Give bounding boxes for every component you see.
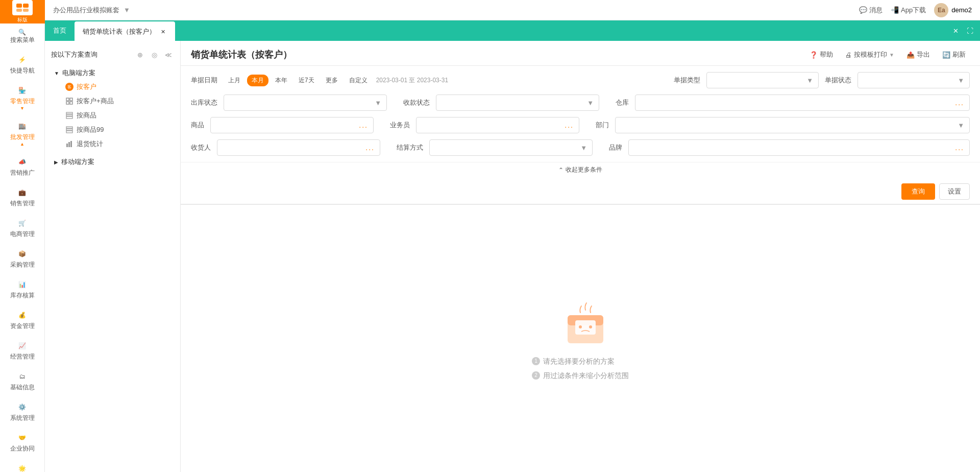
svg-rect-15 (68, 142, 70, 147)
mobile-section-label[interactable]: ▶ 移动端方案 (51, 155, 174, 169)
product-input[interactable]: ... (210, 117, 374, 133)
product-more-icon: ... (359, 121, 368, 129)
sidebar-item-retail[interactable]: 🏪 零售管理 ▼ (0, 80, 45, 116)
staff-more-icon: ... (565, 121, 574, 129)
date-label: 单据日期 (191, 76, 217, 85)
payment-status-select[interactable]: ▼ (436, 95, 599, 111)
svg-rect-14 (66, 144, 68, 147)
sidebar-item-ecommerce[interactable]: 🛒 电商管理 (0, 213, 45, 244)
scheme-customer-product[interactable]: 按客户+商品 (61, 94, 174, 108)
tab-close-icon[interactable]: ✕ (159, 28, 167, 36)
edit-scheme-btn[interactable]: ◎ (149, 49, 160, 60)
sidebar-item-shortcut[interactable]: ⚡ 快捷导航 (0, 50, 45, 80)
scheme-return-stats[interactable]: 退货统计 (61, 137, 174, 151)
sidebar-item-newbie[interactable]: 🌟 新手引导 (0, 458, 45, 472)
sidebar-item-search[interactable]: 🔍 搜索菜单 (8, 23, 37, 50)
app-download-btn[interactable]: 📲 App下载 (891, 6, 926, 15)
collapse-panel-btn[interactable]: ≪ (163, 49, 174, 60)
app-logo[interactable]: 标版 (0, 0, 45, 23)
logo-icon (12, 0, 33, 15)
inventory-icon: 📊 (17, 279, 28, 290)
svg-rect-8 (66, 112, 72, 114)
message-btn[interactable]: 💬 消息 (859, 6, 883, 15)
user-profile-btn[interactable]: Ea demo2 (934, 3, 972, 17)
tab-home[interactable]: 首页 (45, 20, 75, 41)
staff-input[interactable]: ... (416, 117, 579, 133)
scheme-by-product99[interactable]: 按商品99 (61, 123, 174, 137)
sidebar-item-marketing[interactable]: 📣 营销推广 (0, 152, 45, 182)
tree-desktop-section: ▼ 电脑端方案 客 按客户 按客户+商品 (45, 64, 180, 153)
scheme-by-customer[interactable]: 客 按客户 (61, 80, 174, 94)
sidebar-item-operation[interactable]: 📈 经营管理 (0, 336, 45, 366)
desktop-section-label[interactable]: ▼ 电脑端方案 (51, 66, 174, 80)
svg-rect-4 (66, 98, 69, 101)
left-panel-header: 按以下方案查询 ⊕ ◎ ≪ (45, 45, 180, 64)
newbie-icon: 🌟 (17, 463, 28, 472)
doc-type-dropdown-icon: ▼ (806, 77, 813, 84)
date-btn-this-month[interactable]: 本月 (247, 75, 268, 86)
settlement-label: 结算方式 (397, 143, 423, 152)
empty-hint: 1 请先选择要分析的方案 2 用过滤条件来缩小分析范围 (532, 354, 629, 383)
empty-hint-1: 1 请先选择要分析的方案 (532, 354, 629, 368)
export-btn[interactable]: 📤 导出 (902, 48, 934, 61)
print-btn[interactable]: 🖨 按模板打印 ▼ (841, 48, 898, 61)
brand-input[interactable]: ... (628, 139, 970, 156)
setting-button[interactable]: 设置 (939, 183, 970, 200)
tab-minimize-btn[interactable]: ✕ (949, 25, 962, 37)
svg-point-20 (579, 325, 582, 328)
query-button[interactable]: 查询 (901, 183, 935, 200)
left-panel-title: 按以下方案查询 (51, 50, 97, 59)
dept-select[interactable]: ▼ (615, 117, 970, 133)
scheme-by-product[interactable]: 按商品 (61, 108, 174, 123)
date-btn-more[interactable]: 更多 (321, 75, 342, 86)
sidebar-item-purchase[interactable]: 📦 采购管理 (0, 244, 45, 274)
operation-icon: 📈 (17, 341, 28, 351)
tree-expand-mobile-icon: ▶ (54, 159, 58, 165)
sidebar-item-sales[interactable]: 💼 销售管理 (0, 182, 45, 213)
add-scheme-btn[interactable]: ⊕ (134, 49, 145, 60)
svg-rect-13 (66, 131, 72, 133)
sidebar-item-basic[interactable]: 🗂 基础信息 (0, 366, 45, 397)
help-btn[interactable]: ❓ 帮助 (805, 48, 837, 61)
receiver-label: 收货人 (191, 143, 211, 152)
date-btn-last-month[interactable]: 上月 (224, 75, 245, 86)
warehouse-label: 仓库 (616, 98, 629, 107)
doc-type-select[interactable]: ▼ (706, 72, 819, 88)
finance-icon: 💰 (17, 310, 28, 320)
doc-status-dropdown-icon: ▼ (958, 77, 964, 84)
sidebar-item-finance[interactable]: 💰 资金管理 (0, 305, 45, 336)
date-btn-this-year[interactable]: 本年 (271, 75, 292, 86)
tab-sales-stats[interactable]: 销货单统计表（按客户） ✕ (75, 21, 175, 42)
page-title: 销货单统计表（按客户） (191, 49, 292, 61)
out-status-select[interactable]: ▼ (224, 95, 387, 111)
date-btn-custom[interactable]: 自定义 (345, 75, 372, 86)
collapse-btn[interactable]: ⌃ 收起更多条件 (191, 162, 970, 177)
doc-status-select[interactable]: ▼ (857, 72, 970, 88)
system-icon: ⚙️ (17, 402, 28, 412)
export-icon: 📤 (906, 51, 915, 59)
sidebar-item-inventory[interactable]: 📊 库存核算 (0, 274, 45, 305)
svg-rect-3 (23, 9, 29, 12)
settlement-select[interactable]: ▼ (429, 139, 593, 156)
sidebar-item-enterprise[interactable]: 🤝 企业协同 (0, 428, 45, 458)
print-icon: 🖨 (845, 51, 852, 59)
collapse-up-icon: ⌃ (558, 167, 564, 174)
receiver-more-icon: ... (365, 144, 375, 152)
tabbar-actions: ✕ ⛶ (949, 25, 980, 37)
svg-point-21 (589, 325, 592, 328)
date-shortcuts: 上月 本月 本年 近7天 更多 自定义 2023-03-01 至 2023-03… (224, 75, 448, 86)
question-icon: ❓ (810, 51, 818, 59)
refresh-btn[interactable]: 🔄 刷新 (938, 48, 970, 61)
receiver-input[interactable]: ... (217, 139, 380, 156)
dropdown-icon[interactable]: ▼ (124, 6, 130, 14)
date-btn-last7[interactable]: 近7天 (294, 75, 319, 86)
sidebar-item-wholesale[interactable]: 🏬 批发管理 ▲ (0, 116, 45, 152)
filter-row-1: 单据日期 上月 本月 本年 近7天 更多 自定义 2023-03-01 至 20… (191, 72, 970, 88)
product-label: 商品 (191, 121, 204, 130)
sidebar-item-system[interactable]: ⚙️ 系统管理 (0, 397, 45, 428)
warehouse-input[interactable]: ... (635, 95, 970, 111)
tab-maximize-btn[interactable]: ⛶ (964, 25, 976, 37)
shortcut-icon: ⚡ (17, 55, 28, 65)
empty-state: 1 请先选择要分析的方案 2 用过滤条件来缩小分析范围 (181, 205, 980, 472)
empty-num-2: 2 (532, 371, 540, 380)
